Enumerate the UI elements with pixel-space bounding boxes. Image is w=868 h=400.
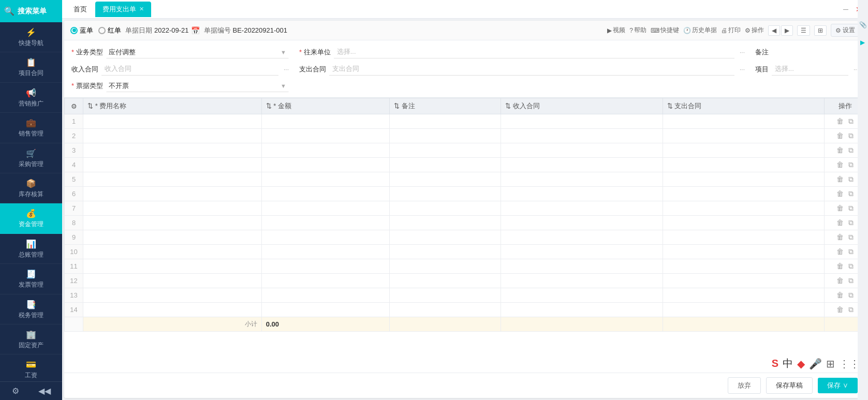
sort-icon-expense-name[interactable]: ⇅ bbox=[87, 102, 93, 110]
row-1-note[interactable] bbox=[390, 114, 501, 129]
row-9-amount[interactable] bbox=[261, 230, 390, 245]
discard-button[interactable]: 放弃 bbox=[728, 377, 761, 394]
row-7-note[interactable] bbox=[390, 201, 501, 216]
help-btn[interactable]: ? 帮助 bbox=[629, 26, 646, 35]
table-row[interactable]: 9 🗑 ⧉ bbox=[65, 230, 866, 245]
row-4-amount[interactable] bbox=[261, 158, 390, 172]
row-2-amount[interactable] bbox=[261, 129, 390, 143]
row-13-amount[interactable] bbox=[261, 288, 390, 303]
row-5-note[interactable] bbox=[390, 172, 501, 187]
radio-red[interactable]: 红单 bbox=[98, 26, 121, 35]
table-row[interactable]: 12 🗑 ⧉ bbox=[65, 274, 866, 288]
sidebar-item-sales-mgmt[interactable]: 💼 销售管理 bbox=[0, 113, 62, 143]
table-row[interactable]: 14 🗑 ⧉ bbox=[65, 303, 866, 317]
operations-btn[interactable]: ⚙ 操作 bbox=[745, 26, 764, 35]
row-3-note[interactable] bbox=[390, 143, 501, 158]
project-input[interactable]: 选择... bbox=[772, 63, 848, 76]
row-3-delete-btn[interactable]: 🗑 bbox=[835, 145, 845, 155]
row-7-expense-contract[interactable] bbox=[663, 201, 824, 216]
row-2-copy-btn[interactable]: ⧉ bbox=[847, 131, 855, 141]
row-12-note[interactable] bbox=[390, 274, 501, 288]
row-12-expense-contract[interactable] bbox=[663, 274, 824, 288]
row-3-income-contract[interactable] bbox=[501, 143, 663, 158]
tab-expense-form[interactable]: 费用支出单 ✕ bbox=[95, 2, 151, 17]
row-11-expense-contract[interactable] bbox=[663, 259, 824, 274]
expense-contract-input[interactable]: 支出合同 bbox=[329, 63, 734, 76]
sidebar-item-capital-mgmt[interactable]: 💰 资金管理 bbox=[0, 203, 62, 233]
row-8-delete-btn[interactable]: 🗑 bbox=[835, 218, 845, 227]
table-row[interactable]: 11 🗑 ⧉ bbox=[65, 259, 866, 274]
sort-icon-income[interactable]: ⇅ bbox=[505, 102, 511, 110]
video-btn[interactable]: ▶ 视频 bbox=[607, 26, 625, 35]
row-4-delete-btn[interactable]: 🗑 bbox=[835, 160, 845, 169]
radio-blue[interactable]: 蓝单 bbox=[70, 26, 93, 35]
sort-icon-expense[interactable]: ⇅ bbox=[667, 102, 673, 110]
table-row[interactable]: 13 🗑 ⧉ bbox=[65, 288, 866, 303]
row-10-copy-btn[interactable]: ⧉ bbox=[847, 247, 855, 257]
row-7-amount[interactable] bbox=[261, 201, 390, 216]
row-1-expense-name[interactable] bbox=[83, 114, 262, 129]
nav-prev-btn[interactable]: ◀ bbox=[768, 25, 780, 36]
sidebar-item-payroll[interactable]: 💳 工资 bbox=[0, 354, 62, 381]
row-8-copy-btn[interactable]: ⧉ bbox=[847, 218, 855, 228]
table-row[interactable]: 5 🗑 ⧉ bbox=[65, 172, 866, 187]
row-11-income-contract[interactable] bbox=[501, 259, 663, 274]
row-13-income-contract[interactable] bbox=[501, 288, 663, 303]
table-row[interactable]: 6 🗑 ⧉ bbox=[65, 187, 866, 201]
row-3-expense-contract[interactable] bbox=[663, 143, 824, 158]
settings-icon[interactable]: ⚙ bbox=[12, 386, 19, 396]
row-1-copy-btn[interactable]: ⧉ bbox=[847, 116, 855, 126]
row-4-income-contract[interactable] bbox=[501, 158, 663, 172]
row-8-amount[interactable] bbox=[261, 216, 390, 230]
sort-icon-note[interactable]: ⇅ bbox=[394, 102, 400, 110]
brand-dots-icon[interactable]: ⋮⋮ bbox=[839, 358, 860, 370]
row-11-amount[interactable] bbox=[261, 259, 390, 274]
row-3-copy-btn[interactable]: ⧉ bbox=[847, 145, 855, 155]
row-1-amount[interactable] bbox=[261, 114, 390, 129]
table-row[interactable]: 8 🗑 ⧉ bbox=[65, 216, 866, 230]
row-9-delete-btn[interactable]: 🗑 bbox=[835, 232, 845, 242]
doc-num-value[interactable]: BE-20220921-001 bbox=[233, 26, 288, 34]
row-14-delete-btn[interactable]: 🗑 bbox=[835, 305, 845, 314]
right-expand-icon[interactable]: ▶ bbox=[859, 39, 866, 46]
sort-icon-amount[interactable]: ⇅ bbox=[266, 102, 272, 110]
row-8-expense-name[interactable] bbox=[83, 216, 262, 230]
sidebar-item-purchase-mgmt[interactable]: 🛒 采购管理 bbox=[0, 143, 62, 173]
history-btn[interactable]: 🕐 历史单据 bbox=[683, 26, 717, 35]
row-9-note[interactable] bbox=[390, 230, 501, 245]
row-7-expense-name[interactable] bbox=[83, 201, 262, 216]
table-row[interactable]: 3 🗑 ⧉ bbox=[65, 143, 866, 158]
row-10-expense-contract[interactable] bbox=[663, 245, 824, 259]
brand-mic-icon[interactable]: 🎤 bbox=[809, 358, 822, 370]
list-view-btn[interactable]: ☰ bbox=[797, 25, 810, 36]
table-row[interactable]: 1 🗑 ⧉ bbox=[65, 114, 866, 129]
row-8-income-contract[interactable] bbox=[501, 216, 663, 230]
row-3-amount[interactable] bbox=[261, 143, 390, 158]
row-13-expense-contract[interactable] bbox=[663, 288, 824, 303]
table-row[interactable]: 10 🗑 ⧉ bbox=[65, 245, 866, 259]
row-10-expense-name[interactable] bbox=[83, 245, 262, 259]
income-contract-dots[interactable]: ··· bbox=[284, 66, 289, 73]
sidebar-item-invoice-mgmt[interactable]: 🧾 发票管理 bbox=[0, 264, 62, 294]
row-5-delete-btn[interactable]: 🗑 bbox=[835, 174, 845, 184]
audio-icon[interactable]: ◀◀ bbox=[38, 386, 51, 396]
row-3-expense-name[interactable] bbox=[83, 143, 262, 158]
row-12-delete-btn[interactable]: 🗑 bbox=[835, 276, 845, 285]
row-12-copy-btn[interactable]: ⧉ bbox=[847, 276, 855, 286]
row-6-copy-btn[interactable]: ⧉ bbox=[847, 189, 855, 199]
save-draft-button[interactable]: 保存草稿 bbox=[766, 377, 813, 394]
row-12-amount[interactable] bbox=[261, 274, 390, 288]
row-11-expense-name[interactable] bbox=[83, 259, 262, 274]
row-12-expense-name[interactable] bbox=[83, 274, 262, 288]
row-6-delete-btn[interactable]: 🗑 bbox=[835, 189, 845, 198]
invoice-type-select[interactable]: 不开票 ▼ bbox=[106, 80, 289, 92]
table-row[interactable]: 4 🗑 ⧉ bbox=[65, 158, 866, 172]
partner-input[interactable]: 选择... bbox=[334, 46, 734, 58]
window-minimize-btn[interactable]: ─ bbox=[841, 4, 850, 14]
row-6-income-contract[interactable] bbox=[501, 187, 663, 201]
sidebar-item-tax-mgmt[interactable]: 📑 税务管理 bbox=[0, 294, 62, 324]
row-13-delete-btn[interactable]: 🗑 bbox=[835, 290, 845, 300]
table-row[interactable]: 7 🗑 ⧉ bbox=[65, 201, 866, 216]
row-6-expense-contract[interactable] bbox=[663, 187, 824, 201]
grid-view-btn[interactable]: ⊞ bbox=[814, 25, 827, 36]
